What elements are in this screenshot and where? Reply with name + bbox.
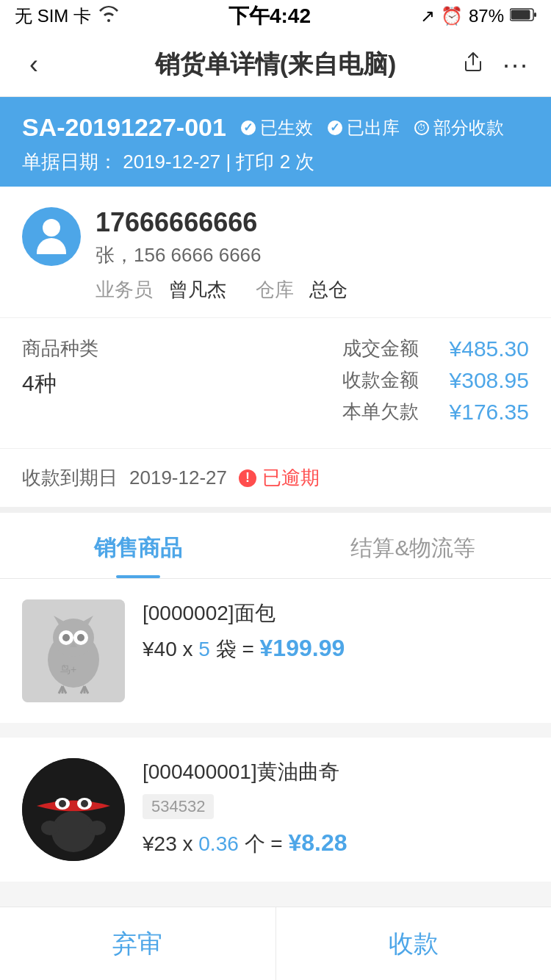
header-banner: SA-20191227-001 ✓ 已生效 ✓ 已出库 ⏱ 部分收款 单据日期：… bbox=[0, 97, 551, 187]
product-price-row-2: ¥23 x 0.36 个 = ¥8.28 bbox=[143, 829, 529, 858]
customer-info: 17666666666 张，156 6666 6666 业务员 曾凡杰 仓库 总… bbox=[96, 207, 529, 303]
price-2: ¥23 bbox=[143, 832, 177, 855]
nav-actions: ··· bbox=[461, 49, 529, 80]
category-info: 商品种类 4种 bbox=[22, 336, 98, 399]
category-count: 4种 bbox=[22, 369, 98, 399]
status-bar: 无 SIM 卡 下午4:42 ↗ ⏰ 87% bbox=[0, 0, 551, 32]
confirm-button[interactable]: 收款 bbox=[276, 907, 552, 980]
svg-point-23 bbox=[59, 800, 66, 807]
warehouse-name: 总仓 bbox=[309, 278, 347, 300]
tab-underline bbox=[116, 575, 160, 578]
deal-amount-label: 成交金额 bbox=[342, 336, 419, 361]
check-icon-2: ✓ bbox=[328, 120, 342, 135]
nav-bar: ‹ 销货单详情(来自电脑) ··· bbox=[0, 32, 551, 97]
bottom-bar: 弃审 收款 bbox=[0, 907, 551, 980]
banner-row1: SA-20191227-001 ✓ 已生效 ✓ 已出库 ⏱ 部分收款 bbox=[22, 113, 529, 142]
status-left: 无 SIM 卡 bbox=[15, 4, 119, 28]
product-name-1: [0000002]面包 bbox=[143, 599, 529, 627]
tab-bar: 销售商品 结算&物流等 bbox=[0, 513, 551, 579]
staff-label: 业务员 bbox=[96, 278, 153, 300]
person-icon bbox=[37, 219, 66, 254]
battery-text: 87% bbox=[469, 6, 504, 26]
due-date-label: 收款到期日 bbox=[22, 465, 118, 491]
staff-info: 业务员 曾凡杰 bbox=[96, 277, 226, 303]
status-time: 下午4:42 bbox=[228, 2, 311, 30]
owed-value: ¥176.35 bbox=[433, 400, 529, 425]
category-label: 商品种类 bbox=[22, 336, 98, 361]
clock-icon: ⏱ bbox=[414, 120, 429, 135]
warehouse-label: 仓库 bbox=[256, 278, 294, 300]
product-name-2: [000400001]黄油曲奇 bbox=[143, 758, 529, 786]
order-id: SA-20191227-001 bbox=[22, 113, 226, 142]
product-sku-2: 534532 bbox=[143, 794, 214, 819]
badge-active: ✓ 已生效 bbox=[241, 116, 313, 140]
product-thumb-2 bbox=[22, 758, 125, 861]
received-value: ¥308.95 bbox=[433, 368, 529, 393]
tab-settlement[interactable]: 结算&物流等 bbox=[276, 513, 551, 578]
received-amount-row: 收款金额 ¥308.95 bbox=[342, 367, 529, 393]
overdue-text: 已逾期 bbox=[262, 465, 320, 491]
battery-icon bbox=[510, 6, 536, 26]
svg-point-10 bbox=[62, 634, 70, 641]
customer-id: 17666666666 bbox=[96, 207, 529, 238]
more-button[interactable]: ··· bbox=[503, 49, 529, 80]
price-1: ¥40 bbox=[143, 638, 177, 660]
product-price-row-1: ¥40 x 5 袋 = ¥199.99 bbox=[143, 635, 529, 663]
svg-point-26 bbox=[41, 821, 59, 835]
tab-products[interactable]: 销售商品 bbox=[0, 513, 276, 578]
customer-contact: 张，156 6666 6666 bbox=[96, 242, 529, 268]
order-date: 2019-12-27 bbox=[123, 151, 220, 173]
person-body bbox=[37, 238, 66, 254]
total-2: ¥8.28 bbox=[288, 829, 347, 856]
badge-partial: ⏱ 部分收款 bbox=[414, 116, 504, 140]
alarm-icon: ⏰ bbox=[441, 6, 463, 26]
staff-name: 曾凡杰 bbox=[169, 278, 226, 300]
unit-2: 个 bbox=[245, 832, 265, 855]
overdue-badge: ! 已逾期 bbox=[239, 465, 320, 491]
svg-rect-2 bbox=[534, 12, 536, 17]
customer-section: 17666666666 张，156 6666 6666 业务员 曾凡杰 仓库 总… bbox=[0, 187, 551, 318]
cancel-button[interactable]: 弃审 bbox=[0, 907, 276, 980]
check-icon-1: ✓ bbox=[241, 120, 256, 135]
date-label: 单据日期： bbox=[22, 151, 118, 173]
unit-1: 袋 bbox=[216, 638, 237, 660]
svg-point-24 bbox=[81, 800, 88, 807]
svg-point-27 bbox=[88, 821, 106, 835]
status-right: ↗ ⏰ 87% bbox=[420, 6, 536, 26]
person-head bbox=[43, 219, 60, 237]
list-item: [000400001]黄油曲奇 534532 ¥23 x 0.36 个 = ¥8… bbox=[0, 738, 551, 882]
badge-shipped: ✓ 已出库 bbox=[328, 116, 400, 140]
due-date-value: 2019-12-27 bbox=[129, 466, 227, 489]
summary-section: 商品种类 4种 成交金额 ¥485.30 收款金额 ¥308.95 本单欠款 ¥… bbox=[0, 318, 551, 449]
carrier-text: 无 SIM 卡 bbox=[15, 4, 91, 28]
location-icon: ↗ bbox=[420, 6, 435, 26]
svg-point-11 bbox=[77, 634, 84, 641]
total-1: ¥199.99 bbox=[260, 635, 345, 661]
owed-label: 本单欠款 bbox=[342, 399, 419, 425]
banner-date-row: 单据日期： 2019-12-27 | 打印 2 次 bbox=[22, 149, 529, 175]
warehouse-info: 仓库 总仓 bbox=[256, 277, 348, 303]
svg-text:鸟+: 鸟+ bbox=[60, 663, 76, 675]
product-thumb-1: 鸟+ bbox=[22, 599, 125, 702]
received-label: 收款金额 bbox=[342, 367, 419, 393]
deal-amount-value: ¥485.30 bbox=[433, 336, 529, 361]
list-item: 鸟+ [0000002]面包 ¥40 x 5 袋 = ¥199.99 bbox=[0, 579, 551, 723]
deal-amount-row: 成交金额 ¥485.30 bbox=[342, 336, 529, 361]
back-button[interactable]: ‹ bbox=[22, 42, 46, 87]
overdue-icon: ! bbox=[239, 469, 256, 487]
amount-info: 成交金额 ¥485.30 收款金额 ¥308.95 本单欠款 ¥176.35 bbox=[342, 336, 529, 430]
product-details-1: [0000002]面包 ¥40 x 5 袋 = ¥199.99 bbox=[143, 599, 529, 663]
owed-amount-row: 本单欠款 ¥176.35 bbox=[342, 399, 529, 425]
share-button[interactable] bbox=[461, 50, 485, 79]
page-title: 销货单详情(来自电脑) bbox=[155, 48, 397, 82]
svg-rect-1 bbox=[511, 10, 530, 20]
qty-1: 5 bbox=[198, 638, 210, 660]
qty-2: 0.36 bbox=[198, 832, 239, 855]
wifi-icon bbox=[98, 6, 119, 26]
print-info: | 打印 2 次 bbox=[226, 151, 314, 173]
customer-meta: 业务员 曾凡杰 仓库 总仓 bbox=[96, 277, 529, 303]
avatar bbox=[22, 207, 81, 266]
svg-point-25 bbox=[51, 811, 96, 852]
product-details-2: [000400001]黄油曲奇 534532 ¥23 x 0.36 个 = ¥8… bbox=[143, 758, 529, 858]
due-date-section: 收款到期日 2019-12-27 ! 已逾期 bbox=[0, 449, 551, 513]
